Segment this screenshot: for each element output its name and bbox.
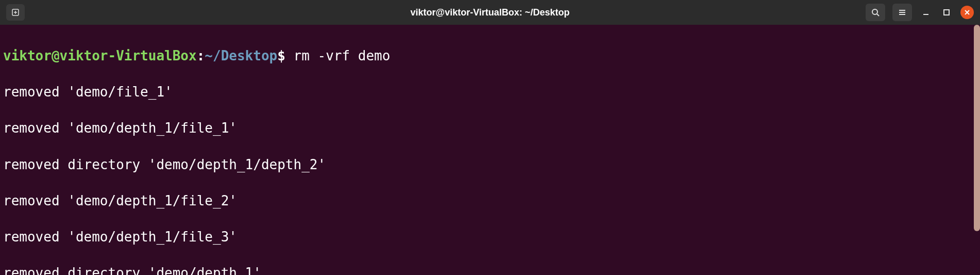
new-tab-icon (11, 8, 20, 17)
titlebar-right (866, 4, 974, 21)
window-titlebar: viktor@viktor-VirtualBox: ~/Desktop (0, 0, 980, 25)
hamburger-icon (898, 8, 907, 17)
titlebar-left (6, 4, 25, 21)
scrollbar[interactable] (974, 25, 980, 231)
command-line: viktor@viktor-VirtualBox:~/Desktop$ rm -… (3, 47, 977, 65)
maximize-button[interactable] (940, 6, 953, 19)
svg-line-4 (877, 14, 879, 16)
svg-point-3 (872, 9, 877, 14)
prompt-colon: : (197, 48, 205, 63)
minimize-button[interactable] (919, 6, 933, 19)
prompt-path: ~/Desktop (205, 48, 277, 63)
prompt-user-host: viktor@viktor-VirtualBox (3, 48, 197, 63)
output-line: removed directory 'demo/depth_1/depth_2' (3, 156, 977, 174)
output-line: removed 'demo/file_1' (3, 83, 977, 101)
maximize-icon (943, 9, 950, 16)
close-button[interactable] (960, 6, 974, 19)
search-icon (871, 8, 880, 17)
output-line: removed 'demo/depth_1/file_1' (3, 119, 977, 137)
command-text: rm -vrf demo (294, 48, 391, 63)
search-button[interactable] (866, 4, 885, 21)
window-title: viktor@viktor-VirtualBox: ~/Desktop (411, 7, 570, 18)
output-line: removed 'demo/depth_1/file_3' (3, 228, 977, 246)
output-line: removed directory 'demo/depth_1' (3, 264, 977, 275)
terminal-content[interactable]: viktor@viktor-VirtualBox:~/Desktop$ rm -… (0, 25, 980, 275)
svg-rect-9 (944, 10, 949, 15)
close-icon (964, 9, 970, 15)
new-tab-button[interactable] (6, 4, 25, 21)
output-line: removed 'demo/depth_1/file_2' (3, 192, 977, 210)
prompt-symbol: $ (277, 48, 285, 63)
minimize-icon (922, 9, 930, 16)
menu-button[interactable] (892, 4, 912, 21)
